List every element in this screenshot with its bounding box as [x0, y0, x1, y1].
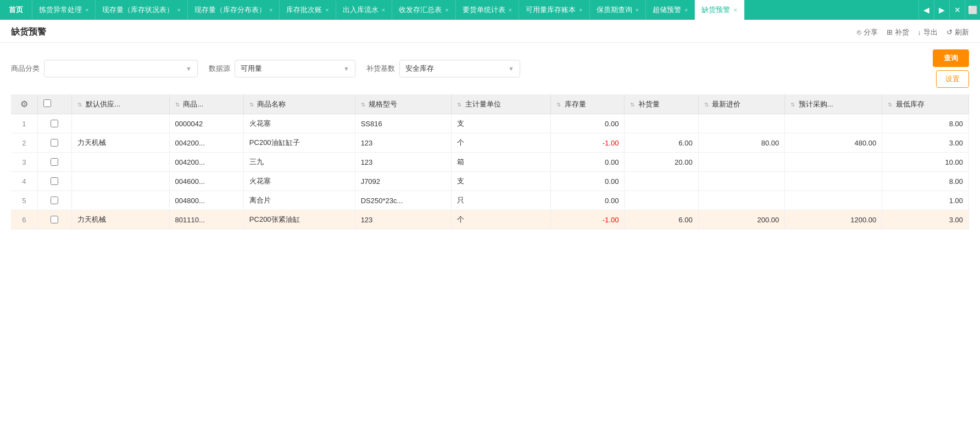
tab-close-icon[interactable]: × — [177, 7, 180, 13]
tab-collection[interactable]: 收发存汇总表× — [392, 0, 455, 20]
tab-close-icon[interactable]: × — [636, 7, 639, 13]
col-unit[interactable]: ⇅ 主计量单位 — [452, 94, 551, 114]
row-checkbox-cell — [37, 114, 72, 133]
sort-icon-6: ⇅ — [556, 102, 561, 108]
cell-est-purchase — [785, 153, 882, 172]
tab-close-icon[interactable]: × — [684, 7, 688, 13]
cell-stock: 0.00 — [551, 191, 625, 210]
tab-next-btn[interactable]: ▶ — [934, 0, 949, 20]
category-select[interactable]: ▼ — [44, 60, 198, 77]
table-row: 5 004800... 离合片 DS250*23c... 只 0.00 1.00 — [11, 191, 969, 210]
table-header-row: ⚙ ⇅ 默认供应... ⇅ 商品... ⇅ 商品名称 — [11, 94, 969, 114]
tab-inventory-status[interactable]: 现存量（库存状况表）× — [96, 0, 187, 20]
cell-stock: -1.00 — [551, 210, 625, 229]
export-action[interactable]: ↓ 导出 — [918, 27, 938, 37]
cell-default-supplier — [72, 191, 169, 210]
tab-close-icon[interactable]: × — [445, 7, 448, 13]
cell-est-purchase: 480.00 — [785, 133, 882, 153]
sort-icon-8: ⇅ — [704, 102, 709, 108]
tab-batch[interactable]: 库存批次账× — [280, 0, 336, 20]
replenish-action[interactable]: ⊞ 补货 — [887, 27, 909, 37]
tab-shortage[interactable]: 缺货预警× — [695, 0, 744, 20]
cell-unit: 个 — [452, 210, 551, 229]
col-spec[interactable]: ⇅ 规格型号 — [355, 94, 452, 114]
tab-inventory-dist[interactable]: 现存量（库存分布表）× — [188, 0, 280, 20]
col-latest-price[interactable]: ⇅ 最新进价 — [698, 94, 785, 114]
row-number: 5 — [11, 191, 37, 210]
sort-icon: ⇅ — [77, 102, 82, 108]
tab-close-icon[interactable]: × — [509, 7, 512, 13]
datasource-select[interactable]: 可用量 ▼ — [235, 60, 355, 77]
gear-icon[interactable]: ⚙ — [20, 99, 28, 109]
tab-demand[interactable]: 要货单统计表× — [456, 0, 519, 20]
tab-maximize-btn[interactable]: ⬜ — [965, 0, 980, 20]
select-all-checkbox[interactable] — [43, 99, 51, 107]
filter-bar: 商品分类 ▼ 数据源 可用量 ▼ 补货基数 安全库存 ▼ 查询 设置 — [0, 43, 980, 94]
cell-stock: 0.00 — [551, 172, 625, 191]
cell-unit: 只 — [452, 191, 551, 210]
cell-min-stock: 1.00 — [882, 191, 969, 210]
cell-min-stock: 8.00 — [882, 172, 969, 191]
replenish-base-select[interactable]: 安全库存 ▼ — [399, 60, 520, 77]
refresh-icon: ↺ — [946, 28, 953, 36]
replenish-base-label: 补货基数 — [366, 64, 395, 74]
cell-est-purchase — [785, 191, 882, 210]
row-checkbox[interactable] — [51, 216, 58, 223]
refresh-action[interactable]: ↺ 刷新 — [946, 27, 969, 37]
category-filter-group: 商品分类 ▼ — [11, 60, 198, 77]
datasource-filter-group: 数据源 可用量 ▼ — [209, 60, 355, 77]
tab-available[interactable]: 可用量库存账本× — [519, 0, 589, 20]
col-replenish[interactable]: ⇅ 补货量 — [625, 94, 698, 114]
tab-overstock[interactable]: 超储预警× — [646, 0, 695, 20]
table-row: 2 力天机械 004200... PC200油缸缸子 123 个 -1.00 6… — [11, 133, 969, 153]
cell-product-name: 三九 — [243, 153, 355, 172]
tab-label: 保质期查询 — [597, 5, 632, 15]
col-default-supplier[interactable]: ⇅ 默认供应... — [72, 94, 169, 114]
row-checkbox[interactable] — [51, 197, 58, 204]
cell-spec: 123 — [355, 153, 452, 172]
tab-close-icon[interactable]: × — [733, 7, 737, 13]
cell-latest-price — [698, 172, 785, 191]
tab-close-btn[interactable]: ✕ — [949, 0, 965, 20]
cell-stock: 0.00 — [551, 153, 625, 172]
tab-close-icon[interactable]: × — [579, 7, 582, 13]
tab-expiry[interactable]: 保质期查询× — [590, 0, 646, 20]
row-checkbox[interactable] — [51, 158, 58, 166]
export-icon: ↓ — [918, 28, 922, 36]
share-action[interactable]: ⎋ 分享 — [857, 27, 878, 37]
tab-prev-btn[interactable]: ◀ — [918, 0, 934, 20]
tab-exception[interactable]: 拣货异常处理× — [32, 0, 96, 20]
row-checkbox-cell — [37, 133, 72, 153]
tab-close-icon[interactable]: × — [85, 7, 88, 13]
cell-product-code: 0000042 — [169, 114, 243, 133]
col-product-name[interactable]: ⇅ 商品名称 — [243, 94, 355, 114]
tab-inout-flow[interactable]: 出入库流水× — [336, 0, 392, 20]
tab-label: 可用量库存账本 — [526, 5, 576, 15]
col-est-purchase[interactable]: ⇅ 预计采购... — [785, 94, 882, 114]
page-header: 缺货预警 ⎋ 分享 ⊞ 补货 ↓ 导出 ↺ 刷新 — [0, 20, 980, 43]
share-icon: ⎋ — [857, 28, 861, 36]
row-number: 4 — [11, 172, 37, 191]
col-min-stock[interactable]: ⇅ 最低库存 — [882, 94, 969, 114]
chevron-down-icon: ▼ — [186, 65, 192, 72]
tab-close-icon[interactable]: × — [325, 7, 328, 13]
cell-unit: 支 — [452, 172, 551, 191]
col-settings[interactable]: ⚙ — [11, 94, 37, 114]
tab-nav-buttons: ◀ ▶ ✕ ⬜ — [918, 0, 980, 20]
query-button[interactable]: 查询 — [933, 49, 969, 67]
cell-product-name: PC200张紧油缸 — [243, 210, 355, 229]
table-row: 3 004200... 三九 123 箱 0.00 20.00 10.00 — [11, 153, 969, 172]
cell-default-supplier: 力天机械 — [72, 133, 169, 153]
tab-close-icon[interactable]: × — [269, 7, 272, 13]
row-checkbox[interactable] — [51, 120, 58, 127]
settings-button[interactable]: 设置 — [936, 70, 969, 88]
sort-icon-10: ⇅ — [888, 102, 892, 108]
cell-est-purchase — [785, 114, 882, 133]
col-stock[interactable]: ⇅ 库存量 — [551, 94, 625, 114]
tab-close-icon[interactable]: × — [382, 7, 385, 13]
row-number: 1 — [11, 114, 37, 133]
tab-home[interactable]: 首页 — [0, 0, 32, 20]
row-checkbox[interactable] — [51, 139, 58, 147]
row-checkbox[interactable] — [51, 177, 58, 185]
col-product-code[interactable]: ⇅ 商品... — [169, 94, 243, 114]
